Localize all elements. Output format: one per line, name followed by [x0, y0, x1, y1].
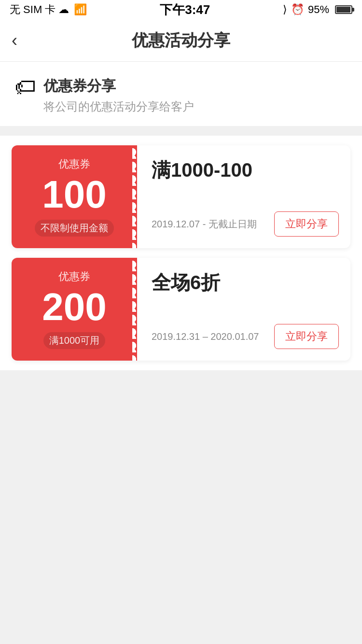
coupon-bottom-2: 2019.12.31 – 2020.01.07 立即分享	[152, 324, 339, 349]
status-time: 下午3:47	[160, 1, 210, 18]
sim-label: 无 SIM 卡 ☁	[10, 2, 69, 17]
coupon-right-1: 满1000-100 2019.12.07 - 无截止日期 立即分享	[137, 145, 350, 248]
coupon-left-2: 优惠券 200 满1000可用	[12, 258, 137, 361]
section-header: 🏷 优惠券分享 将公司的优惠活动分享给客户	[0, 62, 362, 126]
location-icon: ⟩	[283, 3, 287, 16]
coupon-card-2: 优惠券 200 满1000可用 全场6折 2019.12.31 – 2020.0…	[12, 258, 350, 361]
coupon-condition-1: 不限制使用金额	[35, 220, 114, 237]
coupon-amount-2: 200	[42, 288, 106, 326]
wifi-icon: 📶	[74, 3, 87, 16]
coupon-list: 优惠券 100 不限制使用金额 满1000-100 2019.12.07 - 无…	[0, 136, 362, 370]
battery-icon	[335, 5, 352, 14]
section-text: 优惠券分享 将公司的优惠活动分享给客户	[43, 76, 194, 114]
coupon-name-1: 满1000-100	[152, 157, 339, 183]
section-title: 优惠券分享	[43, 76, 194, 96]
share-button-2[interactable]: 立即分享	[274, 324, 339, 349]
status-right: ⟩ ⏰ 95%	[283, 3, 352, 16]
share-button-1[interactable]: 立即分享	[274, 211, 339, 237]
divider-top	[0, 126, 362, 136]
section-subtitle: 将公司的优惠活动分享给客户	[43, 99, 194, 114]
nav-bar: ‹ 优惠活动分享	[0, 19, 362, 62]
status-bar: 无 SIM 卡 ☁ 📶 下午3:47 ⟩ ⏰ 95%	[0, 0, 362, 19]
coupon-card-1: 优惠券 100 不限制使用金额 满1000-100 2019.12.07 - 无…	[12, 145, 350, 248]
empty-area	[0, 370, 362, 612]
coupon-name-2: 全场6折	[152, 269, 339, 296]
coupon-bottom-1: 2019.12.07 - 无截止日期 立即分享	[152, 211, 339, 237]
coupon-label-1: 优惠券	[58, 157, 90, 171]
coupon-right-2: 全场6折 2019.12.31 – 2020.01.07 立即分享	[137, 258, 350, 361]
coupon-condition-2: 满1000可用	[43, 332, 106, 349]
status-left: 无 SIM 卡 ☁ 📶	[10, 2, 87, 17]
alarm-icon: ⏰	[291, 3, 304, 16]
coupon-label-2: 优惠券	[58, 269, 90, 284]
back-button[interactable]: ‹	[12, 32, 17, 49]
page-title: 优惠活动分享	[132, 29, 230, 52]
coupon-date-2: 2019.12.31 – 2020.01.07	[152, 331, 268, 342]
coupon-amount-1: 100	[42, 175, 106, 214]
coupon-share-icon: 🏷	[14, 76, 36, 98]
coupon-date-1: 2019.12.07 - 无截止日期	[152, 218, 268, 231]
battery-percent: 95%	[308, 3, 329, 16]
coupon-left-1: 优惠券 100 不限制使用金额	[12, 145, 137, 248]
